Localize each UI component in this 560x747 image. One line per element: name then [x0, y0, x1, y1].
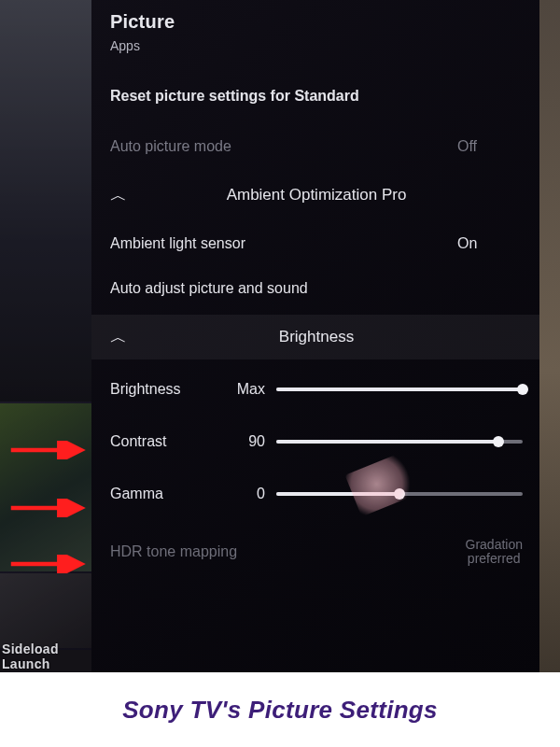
annotation-arrow-icon	[9, 441, 91, 459]
image-caption: Sony TV's Picture Settings	[0, 672, 560, 747]
auto-picture-mode-label: Auto picture mode	[110, 138, 457, 155]
caption-text: Sony TV's Picture Settings	[122, 696, 438, 725]
brightness-value: Max	[224, 381, 276, 398]
contrast-label: Contrast	[110, 433, 224, 450]
contrast-row[interactable]: Contrast 90	[110, 416, 523, 468]
gamma-value: 0	[224, 486, 276, 502]
auto-picture-mode[interactable]: Auto picture mode Off	[110, 124, 523, 169]
panel-title: Picture	[110, 11, 523, 33]
contrast-value: 90	[224, 433, 276, 450]
ambient-light-sensor-label: Ambient light sensor	[110, 235, 457, 252]
brightness-row[interactable]: Brightness Max	[110, 363, 523, 416]
auto-picture-mode-value: Off	[457, 138, 523, 155]
ambient-light-sensor[interactable]: Ambient light sensor On	[110, 221, 523, 266]
auto-adjust-label: Auto adjust picture and sound	[110, 280, 523, 297]
hdr-value: Gradationpreferred	[466, 538, 523, 567]
section-ambient-optimization[interactable]: ︿ Ambient Optimization Pro	[91, 173, 539, 218]
chevron-up-icon: ︿	[110, 326, 142, 348]
contrast-slider[interactable]	[276, 440, 523, 444]
hdr-label: HDR tone mapping	[110, 543, 466, 560]
auto-adjust-picture-sound[interactable]: Auto adjust picture and sound	[110, 266, 523, 311]
gamma-row[interactable]: Gamma 0	[110, 468, 523, 520]
gamma-slider[interactable]	[276, 492, 523, 496]
annotation-arrow-icon	[9, 555, 91, 573]
hdr-tone-mapping[interactable]: HDR tone mapping Gradationpreferred	[110, 526, 523, 578]
sideload-launcher-label: Sideload Launch	[2, 641, 59, 671]
reset-label: Reset picture settings for Standard	[110, 88, 523, 105]
wall-edge	[539, 0, 560, 672]
background-tile	[0, 573, 91, 648]
section-title: Brightness	[142, 328, 523, 346]
chevron-up-icon: ︿	[110, 184, 142, 206]
gamma-label: Gamma	[110, 486, 224, 502]
background-tile	[0, 0, 91, 402]
tv-screenshot: Sideload Launch Picture Apps Reset pictu…	[0, 0, 560, 672]
annotation-arrow-icon	[9, 499, 91, 517]
section-brightness[interactable]: ︿ Brightness	[91, 315, 539, 359]
background-tile	[0, 403, 91, 571]
brightness-slider[interactable]	[276, 388, 523, 391]
panel-subtitle: Apps	[110, 38, 523, 53]
brightness-label: Brightness	[110, 381, 224, 398]
ambient-light-sensor-value: On	[457, 235, 523, 252]
section-title: Ambient Optimization Pro	[142, 186, 523, 204]
reset-picture-settings[interactable]: Reset picture settings for Standard	[110, 74, 523, 119]
picture-settings-panel: Picture Apps Reset picture settings for …	[91, 0, 539, 672]
